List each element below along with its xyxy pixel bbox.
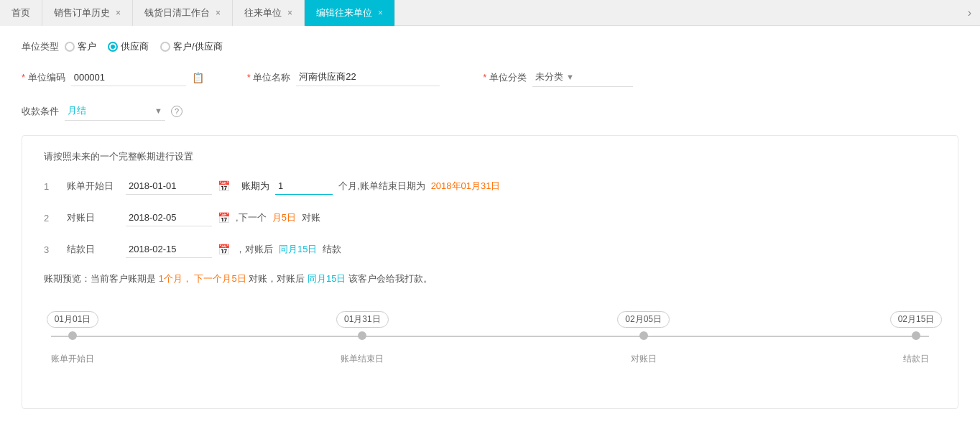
reconcile-date-input[interactable]	[126, 209, 212, 226]
close-tab-cash-reconcile[interactable]: ×	[216, 8, 221, 18]
preview-suffix: 该客户会给我打款。	[348, 273, 433, 284]
help-icon[interactable]: ?	[171, 106, 182, 117]
payment-date-input[interactable]	[126, 241, 212, 258]
payment-suffix1: ，对账后	[236, 243, 273, 256]
timeline-dot-2	[358, 331, 366, 340]
period-label: 账期为	[241, 180, 269, 193]
unit-type-label: 单位类型	[22, 40, 59, 53]
payment-term-group: 收款条件 月结 ▼ ?	[22, 101, 182, 121]
payment-term-row: 收款条件 月结 ▼ ?	[22, 101, 958, 121]
tab-home[interactable]: 首页	[0, 0, 42, 26]
payment-term-label: 收款条件	[22, 105, 59, 118]
timeline-date-box-3: 02月05日	[617, 311, 670, 328]
preview-part2: 下一个月5日	[194, 273, 246, 284]
timeline-point-2: 01月31日 账单结束日	[341, 331, 384, 365]
close-tab-sales-order[interactable]: ×	[116, 8, 121, 18]
unit-code-input[interactable]	[71, 69, 186, 86]
radio-label-supplier: 供应商	[121, 40, 149, 53]
timeline-point-1: 01月01日 账单开始日	[51, 331, 94, 365]
reconcile-date-calendar-icon[interactable]: 📅	[218, 212, 230, 224]
radio-group-unit-type: 客户 供应商 客户/供应商	[65, 40, 223, 53]
payment-term-chevron-icon: ▼	[154, 106, 162, 115]
timeline-dot-1	[68, 331, 77, 340]
row-num-3: 3	[44, 244, 58, 255]
start-date-input[interactable]	[126, 178, 212, 195]
period-unit-text: 个月,账单结束日期为	[338, 180, 425, 193]
radio-label-customer: 客户	[78, 40, 96, 53]
unit-code-group: 单位编码 📋	[22, 69, 204, 86]
payment-highlight: 同月15日	[279, 243, 317, 256]
radio-supplier[interactable]: 供应商	[108, 40, 149, 53]
timeline-segment-3	[657, 348, 903, 349]
preview-part1: 1个月，	[159, 273, 192, 284]
unit-name-label: 单位名称	[247, 71, 291, 84]
timeline-date-box-4: 02月15日	[890, 311, 943, 328]
tab-edit-partner[interactable]: 编辑往来单位 ×	[305, 0, 395, 26]
timeline-label-4: 结款日	[903, 353, 929, 365]
timeline-label-1: 账单开始日	[51, 353, 94, 365]
copy-icon[interactable]: 📋	[192, 72, 204, 83]
reconcile-suffix1: ,下一个	[236, 211, 267, 224]
row-content-3: 📅 ，对账后 同月15日 结款	[126, 241, 936, 258]
chevron-down-icon: ▼	[566, 73, 574, 81]
radio-label-both: 客户/供应商	[173, 40, 223, 53]
preview-middle: 对账，对账后	[249, 273, 305, 284]
timeline: 01月01日 账单开始日 01月31日 账单结束日 02月05日 对账日	[51, 331, 929, 365]
timeline-container: 01月01日 账单开始日 01月31日 账单结束日 02月05日 对账日	[44, 303, 936, 394]
tab-sales-order[interactable]: 销售订单历史 ×	[42, 0, 133, 26]
unit-category-select[interactable]: 未分类 ▼	[532, 68, 633, 87]
timeline-date-box-1: 01月01日	[47, 311, 99, 328]
tabs-more-button[interactable]: ›	[959, 6, 980, 19]
timeline-label-3: 对账日	[631, 353, 657, 365]
tabs-bar: 首页 销售订单历史 × 钱货日清工作台 × 往来单位 × 编辑往来单位 × ›	[0, 0, 980, 26]
preview-text: 账期预览：当前客户账期是 1个月， 下一个月5日 对账，对账后 同月15日 该客…	[44, 272, 936, 285]
radio-customer[interactable]: 客户	[65, 40, 96, 53]
reconcile-highlight: 月5日	[272, 211, 296, 224]
preview-part3: 同月15日	[308, 273, 346, 284]
payment-suffix2: 结款	[323, 243, 341, 256]
radio-both[interactable]: 客户/供应商	[160, 40, 223, 53]
timeline-segment-2	[384, 348, 630, 349]
start-date-calendar-icon[interactable]: 📅	[218, 180, 230, 192]
radio-circle-supplier	[108, 42, 118, 52]
settings-card: 请按照未来的一个完整帐期进行设置 1 账单开始日 📅 账期为 个月,账单结束日期…	[22, 135, 958, 409]
timeline-point-3: 02月05日 对账日	[631, 331, 657, 365]
period-end-date: 2018年01月31日	[431, 180, 501, 193]
unit-name-group: 单位名称	[247, 69, 440, 86]
period-value-input[interactable]	[275, 178, 333, 195]
card-title: 请按照未来的一个完整帐期进行设置	[44, 150, 936, 163]
setting-row-1: 1 账单开始日 📅 账期为 个月,账单结束日期为 2018年01月31日	[44, 178, 936, 195]
radio-circle-customer	[65, 42, 75, 52]
payment-term-value: 月结	[68, 104, 152, 117]
field-label-2: 对账日	[67, 211, 117, 224]
tab-cash-reconcile[interactable]: 钱货日清工作台 ×	[133, 0, 233, 26]
tab-partner[interactable]: 往来单位 ×	[233, 0, 305, 26]
unit-category-group: 单位分类 未分类 ▼	[483, 68, 633, 87]
preview-prefix: 账期预览：当前客户账期是	[44, 273, 156, 284]
unit-category-value: 未分类	[535, 70, 563, 83]
row-content-2: 📅 ,下一个 月5日 对账	[126, 209, 936, 226]
timeline-point-4: 02月15日 结款日	[903, 331, 929, 365]
timeline-dot-4	[912, 331, 920, 340]
main-content: 单位类型 客户 供应商 客户/供应商 单位编码 📋	[0, 26, 980, 437]
payment-date-calendar-icon[interactable]: 📅	[218, 244, 230, 255]
unit-type-group: 单位类型 客户 供应商 客户/供应商	[22, 40, 223, 53]
timeline-label-2: 账单结束日	[341, 353, 384, 365]
payment-term-select[interactable]: 月结 ▼	[65, 101, 165, 121]
unit-category-label: 单位分类	[483, 71, 527, 84]
field-label-1: 账单开始日	[67, 180, 117, 193]
setting-row-2: 2 对账日 📅 ,下一个 月5日 对账	[44, 209, 936, 226]
radio-circle-both	[160, 42, 170, 52]
unit-code-label: 单位编码	[22, 71, 65, 84]
row-content-1: 📅 账期为 个月,账单结束日期为 2018年01月31日	[126, 178, 936, 195]
timeline-dot-3	[639, 331, 648, 340]
row-num-2: 2	[44, 213, 58, 224]
close-tab-partner[interactable]: ×	[287, 8, 292, 18]
unit-type-row: 单位类型 客户 供应商 客户/供应商	[22, 40, 958, 53]
timeline-date-box-2: 01月31日	[336, 311, 389, 328]
timeline-segment-1	[94, 348, 341, 349]
setting-row-3: 3 结款日 📅 ，对账后 同月15日 结款	[44, 241, 936, 258]
close-tab-edit-partner[interactable]: ×	[378, 8, 383, 18]
unit-name-input[interactable]	[296, 69, 440, 86]
row-num-1: 1	[44, 181, 58, 192]
